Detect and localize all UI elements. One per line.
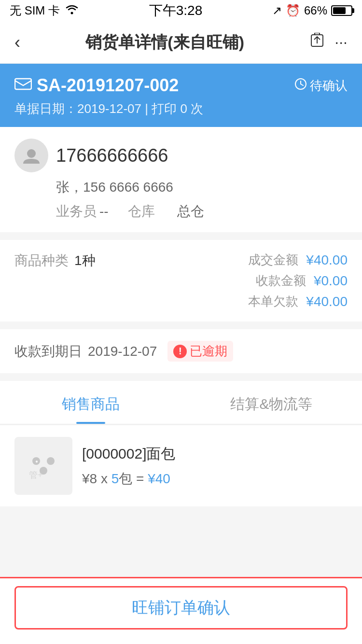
status-bar: 无 SIM 卡 下午3:28 ↗ ⏰ 66% [0, 0, 362, 21]
unit-text: 包 [119, 471, 132, 486]
order-header: SA-20191207-002 待确认 单据日期：2019-12-07 | 打印… [0, 64, 362, 127]
customer-name: 张，156 6666 6666 [56, 178, 348, 196]
order-icon [14, 75, 32, 96]
back-button[interactable]: ‹ [14, 32, 20, 53]
amount-label: 成交金额 [248, 252, 298, 268]
svg-point-9 [47, 457, 55, 465]
location-icon: ↗ [272, 4, 282, 17]
battery-icon [331, 5, 352, 16]
product-thumbnail: ● 管+ [14, 437, 72, 495]
received-value: ¥0.00 [314, 273, 348, 289]
due-date-value: 2019-12-07 [88, 344, 157, 359]
goods-type-value: 1种 [74, 252, 96, 270]
customer-phone: 17666666666 [56, 145, 168, 166]
status-bar-left: 无 SIM 卡 [10, 3, 79, 18]
overdue-icon: ! [173, 345, 187, 358]
customer-avatar [14, 139, 48, 172]
svg-text:管+: 管+ [29, 470, 42, 480]
product-price-line: ¥8 x 5包 = ¥40 [82, 470, 348, 488]
svg-point-0 [71, 12, 73, 14]
status-bar-right: ↗ ⏰ 66% [272, 4, 352, 17]
warehouse-value: 总仓 [177, 202, 204, 221]
overdue-text: 已逾期 [190, 343, 227, 360]
due-date-card: 收款到期日 2019-12-07 ! 已逾期 [0, 329, 362, 373]
sales-label: 业务员 [56, 202, 97, 221]
order-date: 单据日期：2019-12-07 | 打印 0 次 [14, 100, 348, 117]
wifi-icon [65, 4, 79, 17]
clock-icon [294, 78, 307, 94]
svg-point-7 [27, 149, 36, 158]
sales-value: -- [99, 204, 109, 219]
carrier-text: 无 SIM 卡 [10, 3, 60, 18]
product-name: [0000002]面包 [82, 444, 348, 464]
warehouse-label: 仓库 [128, 202, 155, 221]
amount-value: ¥40.00 [306, 252, 348, 268]
svg-text:●: ● [35, 459, 38, 464]
summary-card: 商品种类 1种 成交金额 ¥40.00 收款金额 ¥0.00 本单欠款 ¥40.… [0, 240, 362, 322]
status-text: 待确认 [310, 77, 348, 94]
qty-text: 5 [111, 471, 119, 486]
bottom-button-wrap: 旺铺订单确认 [0, 577, 362, 644]
more-button[interactable]: ··· [334, 33, 348, 51]
svg-rect-3 [15, 79, 31, 89]
alarm-icon: ⏰ [286, 4, 300, 17]
goods-type-label: 商品种类 [14, 252, 69, 270]
product-card: ● 管+ [0000002]面包 ¥8 x 5包 = ¥40 [0, 425, 362, 506]
overdue-badge: ! 已逾期 [167, 341, 233, 362]
received-label: 收款金额 [256, 272, 306, 289]
svg-line-6 [301, 84, 303, 85]
debt-label: 本单欠款 [248, 293, 298, 310]
due-date-label: 收款到期日 [14, 342, 82, 361]
total-text: ¥40 [148, 471, 170, 486]
status-time: 下午3:28 [149, 1, 203, 20]
tabs-container: 销售商品 结算&物流等 [0, 381, 362, 424]
order-status: 待确认 [294, 77, 348, 94]
page-title: 销货单详情(来自旺铺) [85, 31, 244, 54]
order-id: SA-20191207-002 [14, 75, 179, 96]
confirm-order-button[interactable]: 旺铺订单确认 [14, 586, 348, 630]
equals-text: = [132, 471, 148, 486]
nav-bar: ‹ 销货单详情(来自旺铺) ··· [0, 21, 362, 64]
tab-sales-goods[interactable]: 销售商品 [0, 381, 181, 424]
debt-value: ¥40.00 [306, 294, 348, 309]
product-info: [0000002]面包 ¥8 x 5包 = ¥40 [82, 444, 348, 488]
nav-actions: ··· [309, 33, 348, 52]
customer-card: 17666666666 张，156 6666 6666 业务员 -- 仓库 总仓 [0, 127, 362, 232]
tab-settlement[interactable]: 结算&物流等 [181, 381, 362, 424]
share-button[interactable] [309, 33, 325, 52]
price-text: ¥8 x [82, 471, 111, 486]
battery-text: 66% [304, 4, 327, 17]
